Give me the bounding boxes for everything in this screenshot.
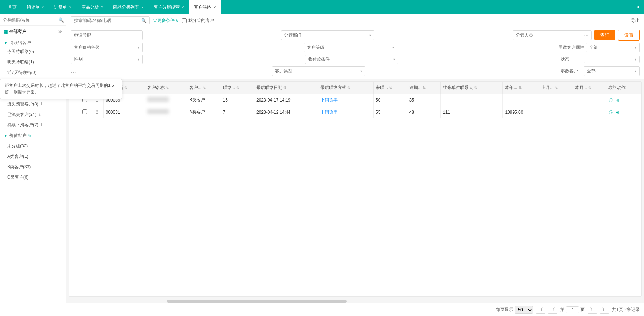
window-close-btn[interactable]: × (636, 4, 640, 10)
row2-grid-icon[interactable]: ⊞ (615, 109, 620, 115)
settings-btn[interactable]: 设置 (618, 30, 640, 41)
col-contacts[interactable]: 联络... ⇅ (221, 82, 254, 94)
retail-attr-select[interactable]: 全部 ▾ (586, 43, 640, 52)
row1-method-link[interactable]: 下销货单 (320, 97, 338, 102)
sidebar-search-input[interactable] (3, 18, 57, 23)
nav-product-list-close[interactable]: × (141, 5, 143, 9)
retail-customer-select[interactable]: 全部 ▾ (584, 66, 640, 76)
export-btn[interactable]: ↑ 导出 (628, 18, 640, 24)
sidebar-collapse-btn[interactable]: ≫ (58, 29, 62, 34)
row1-link-icon[interactable]: ⚇ (608, 97, 613, 103)
scroll-thumb[interactable] (167, 300, 347, 303)
my-customers-checkbox[interactable] (182, 18, 187, 23)
manager-dots: ··· (584, 32, 588, 38)
value-customer-header[interactable]: ▼ 价值客户 ✎ (0, 131, 66, 141)
row2-name[interactable] (145, 106, 187, 118)
price-grade-field[interactable]: 客户价格等级 ▾ (71, 43, 143, 52)
dept-field[interactable]: 分管部门 ▾ (281, 30, 374, 40)
row4-more-dots[interactable]: ... (71, 67, 76, 75)
adv-filter-row1: 电话号码 分管部门 ▾ 分管人员 ··· 查询 设置 (71, 30, 640, 41)
nav-customer-contact-close[interactable]: × (213, 5, 216, 9)
col-overdue[interactable]: 逾期... ⇅ (407, 82, 440, 94)
main-search-input[interactable] (74, 18, 141, 23)
sidebar-search-icon[interactable]: 🔍 (58, 17, 64, 23)
table-row: 2 000031 A类客户 7 2023-04-12 14:44: 下销货单 5… (69, 106, 641, 118)
nav-customer-layers[interactable]: 客户分层经营 × (149, 0, 189, 14)
all-customers-header[interactable]: ▦ 全部客户 ≫ (0, 26, 66, 38)
row2-checkbox[interactable] (82, 109, 87, 114)
sidebar-already-lost[interactable]: 已流失客户(24) ℹ (0, 109, 66, 120)
nav-purchase[interactable]: 进货单 × (49, 0, 76, 14)
sidebar-tomorrow-contact[interactable]: 明天待联络(1) (0, 57, 66, 67)
sidebar-today-contact[interactable]: 今天待联络(0) (0, 47, 66, 57)
table-header-row: ⚙ 客户编码 ⇅ 客户名称 ⇅ 客户... ⇅ 联络... ⇅ 最后联络日期 ⇅… (69, 82, 641, 94)
tooltip-box: 距客户上次交易时长，超过了此客户的平均交易周期的1.5倍，则视为异常。 (0, 79, 66, 99)
row2-last-method[interactable]: 下销货单 (318, 106, 373, 118)
row1-category: B类客户 (187, 94, 221, 106)
sidebar-c-customer[interactable]: C类客户(6) (0, 172, 66, 183)
manager-field[interactable]: 分管人员 ··· (513, 30, 592, 40)
customer-grade-field[interactable]: 客户等级 ▾ (304, 43, 397, 52)
gender-field[interactable]: 性别 ▾ (71, 55, 143, 64)
col-last-month[interactable]: 上月... ⇅ (539, 82, 573, 94)
main-layout: 🔍 ▦ 全部客户 ≫ ▼ 待联络客户 今天待联络(0) 明天待联络(1) 近7天… (0, 14, 644, 316)
first-page-btn[interactable]: 《 (536, 306, 545, 314)
my-customers-checkbox-wrap[interactable]: 我分管的客户 (182, 18, 214, 24)
sidebar-7day-contact[interactable]: 近7天待联络(0) (0, 67, 66, 78)
sidebar-continuous-down[interactable]: 持续下滑客户(2) ℹ (0, 120, 66, 130)
col-this-year[interactable]: 本年... ⇅ (503, 82, 539, 94)
row2-code[interactable]: 000031 (103, 106, 145, 118)
waiting-contact-group[interactable]: ▼ 待联络客户 (0, 38, 66, 47)
col-last-date-sort: ⇅ (283, 86, 286, 90)
nav-customer-layers-close[interactable]: × (182, 5, 184, 9)
row1-company-contact (440, 94, 502, 106)
row1-overdue: 35 (407, 94, 440, 106)
col-this-month[interactable]: 本月... ⇅ (573, 82, 606, 94)
nav-product-analysis-close[interactable]: × (101, 5, 103, 9)
status-select[interactable]: ▾ (584, 56, 640, 63)
nav-product-analysis[interactable]: 商品分析 × (77, 0, 108, 14)
horizontal-scrollbar[interactable] (66, 299, 644, 303)
sidebar-a-customer[interactable]: A类客户(1) (0, 151, 66, 162)
sidebar-b-customer[interactable]: B类客户(33) (0, 162, 66, 172)
nav-purchase-close[interactable]: × (69, 5, 71, 9)
value-customer-edit-icon[interactable]: ✎ (28, 133, 31, 138)
next-page-btn[interactable]: 〉 (588, 306, 597, 314)
more-conditions-btn[interactable]: ▽ 更多条件 ∧ (153, 18, 179, 24)
col-category[interactable]: 客户... ⇅ (187, 82, 221, 94)
nav-home[interactable]: 首页 (3, 0, 22, 14)
prev-page-btn[interactable]: 〈 (548, 306, 557, 314)
row1-contacts: 15 (221, 94, 254, 106)
col-overdue-sort: ⇅ (423, 86, 426, 90)
main-search-icon[interactable]: 🔍 (141, 18, 147, 23)
phone-field[interactable]: 电话号码 (71, 30, 143, 40)
nav-sales-close[interactable]: × (42, 5, 44, 9)
page-number-input[interactable] (566, 306, 579, 313)
row1-grid-icon[interactable]: ⊞ (615, 97, 620, 103)
payment-field[interactable]: 收付款条件 ▾ (305, 55, 398, 64)
customer-type-field[interactable]: 客户类型 ▾ (272, 66, 365, 76)
nav-product-list[interactable]: 商品分析列表 × (108, 0, 148, 14)
row2-link-icon[interactable]: ⚇ (608, 109, 613, 115)
col-last-date[interactable]: 最后联络日期 ⇅ (254, 82, 318, 94)
page-size-select[interactable]: 50 100 200 (515, 306, 533, 314)
sidebar-ungroup[interactable]: 未分组(32) (0, 141, 66, 151)
row1-last-month (539, 94, 573, 106)
nav-customer-contact[interactable]: 客户联络 × (189, 0, 221, 14)
col-last-method[interactable]: 最后联络方式 ⇅ (318, 82, 373, 94)
row1-name[interactable] (145, 94, 187, 106)
row2-method-link[interactable]: 下销货单 (320, 109, 338, 114)
row2-name-blurred (147, 109, 169, 114)
col-company-contact[interactable]: 往来单位联系人 ⇅ (440, 82, 502, 94)
col-name[interactable]: 客户名称 ⇅ (145, 82, 187, 94)
data-table: ⚙ 客户编码 ⇅ 客户名称 ⇅ 客户... ⇅ 联络... ⇅ 最后联络日期 ⇅… (69, 82, 641, 118)
query-btn[interactable]: 查询 (594, 30, 615, 40)
last-page-btn[interactable]: 》 (600, 306, 609, 314)
sidebar-lost-warning[interactable]: 流失预警客户(3) ℹ (0, 99, 66, 109)
row1-last-method[interactable]: 下销货单 (318, 94, 373, 106)
nav-sales[interactable]: 销货单 × (22, 0, 49, 14)
col-uncontacted[interactable]: 未联... ⇅ (374, 82, 407, 94)
advanced-filter: 电话号码 分管部门 ▾ 分管人员 ··· 查询 设置 客户价格等级 (66, 27, 644, 79)
total-records: 共1页 2条记录 (612, 307, 640, 313)
filter-icon: ▽ (153, 18, 157, 23)
